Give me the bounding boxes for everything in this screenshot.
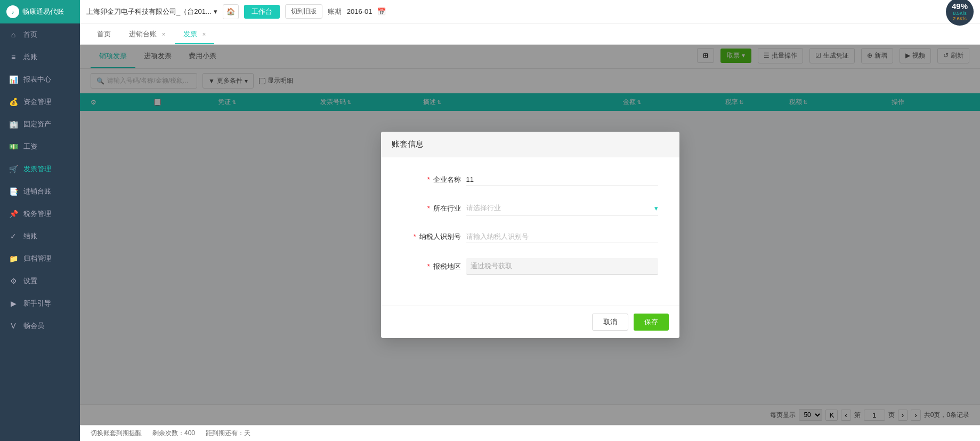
sidebar-item-settings[interactable]: ⚙ 设置 [0,270,80,292]
bottom-text2: 剩余次数：400 [152,429,195,438]
sidebar-item-label: 新手引导 [23,299,51,308]
topbar: 上海卯金刀电子科技有限公司_（台201... ▾ 🏠 工作台 切到旧版 账期 2… [80,0,980,23]
content-area: 销项发票 进项发票 费用小票 ⊞ 取票 ▾ ☰ [80,45,980,425]
industry-placeholder: 请选择行业 [466,203,501,213]
purchase-sales-icon: 📑 [9,187,18,196]
workbench-button[interactable]: 工作台 [244,5,280,19]
funds-icon: 💰 [9,98,18,106]
sidebar-item-label: 税务管理 [23,209,51,219]
guide-icon: ▶ [9,299,18,308]
member-icon: V [9,322,18,330]
tax-region-placeholder: 通过税号获取 [471,262,512,270]
sidebar-item-purchase-sales[interactable]: 📑 进销台账 [0,180,80,203]
sidebar-item-label: 工资 [23,142,37,151]
company-icon-btn[interactable]: 🏠 [223,4,239,19]
tabbar: 首页 进销台账 × 发票 × [80,23,980,45]
sidebar-item-tax[interactable]: 📌 税务管理 [0,203,80,225]
reports-icon: 📊 [9,75,18,84]
company-selector[interactable]: 上海卯金刀电子科技有限公司_（台201... ▾ [86,7,217,17]
dropdown-arrow-icon: ▾ [214,7,217,15]
assets-icon: 🏢 [9,120,18,129]
ledger-icon: ≡ [9,53,18,61]
sidebar-item-label: 结账 [23,231,37,241]
required-marker: * [427,262,430,270]
chevron-down-icon: ▾ [654,204,658,212]
industry-row: * 所在行业 请选择行业 ▾ [402,201,658,215]
calendar-icon[interactable]: 📅 [377,7,386,15]
sidebar-logo: ♪ 畅康通易代账 [0,0,80,23]
switch-version-button[interactable]: 切到旧版 [285,4,322,19]
modal-footer: 取消 保存 [381,306,679,338]
sidebar-item-settlement[interactable]: ✓ 结账 [0,225,80,247]
sidebar-item-reports[interactable]: 📊 报表中心 [0,68,80,91]
sidebar-item-archive[interactable]: 📁 归档管理 [0,247,80,270]
sidebar-item-assets[interactable]: 🏢 固定资产 [0,113,80,135]
tab-invoices[interactable]: 发票 × [175,25,214,44]
invoices-icon: 🛒 [9,165,18,173]
account-info-modal: 账套信息 * 企业名称 [381,132,679,338]
tax-region-row: * 报税地区 通过税号获取 [402,258,658,275]
required-marker: * [427,204,430,212]
sidebar-item-payroll[interactable]: 💵 工资 [0,135,80,158]
sidebar-item-label: 总账 [23,52,37,62]
modal-header: 账套信息 [381,132,679,157]
tab-purchase-sales-label: 进销台账 [129,30,157,38]
speed-percent: 49% [952,2,968,11]
sidebar: ♪ 畅康通易代账 ⌂ 首页 ≡ 总账 📊 报表中心 💰 资金管理 🏢 固定资产 … [0,0,80,441]
logo-icon: ♪ [6,5,19,18]
bottom-bar: 切换账套到期提醒 剩余次数：400 距到期还有：天 [80,425,980,441]
building-icon: 🏠 [226,7,235,15]
settlement-icon: ✓ [9,232,18,240]
tax-region-label: * 报税地区 [402,262,466,271]
company-name-label: * 企业名称 [402,175,466,185]
settings-icon: ⚙ [9,277,18,285]
tab-invoices-close[interactable]: × [203,31,206,37]
bottom-text3: 距到期还有：天 [206,429,250,438]
industry-select[interactable]: 请选择行业 ▾ [466,201,658,215]
required-marker: * [414,232,416,240]
home-icon: ⌂ [9,30,18,39]
tab-home[interactable]: 首页 [88,25,119,44]
sidebar-item-member[interactable]: V 畅会员 [0,315,80,337]
required-marker: * [427,175,430,183]
main-content: 上海卯金刀电子科技有限公司_（台201... ▾ 🏠 工作台 切到旧版 账期 2… [80,0,980,441]
speed-indicator: 49% 8.5K/s 2.6K/s [946,0,974,26]
tab-purchase-sales[interactable]: 进销台账 × [120,25,174,44]
sidebar-item-label: 发票管理 [23,164,51,174]
sidebar-item-label: 固定资产 [23,119,51,129]
topbar-right: 49% 8.5K/s 2.6K/s [946,0,974,26]
company-name-input[interactable] [466,173,658,186]
sidebar-item-label: 进销台账 [23,187,51,196]
tab-purchase-sales-close[interactable]: × [162,31,165,37]
company-name: 上海卯金刀电子科技有限公司_（台201... [86,7,212,17]
modal-title: 账套信息 [392,139,424,148]
period-label: 账期 [328,7,342,17]
sidebar-item-label: 畅会员 [23,321,44,331]
company-name-row: * 企业名称 [402,173,658,186]
tax-id-label: * 纳税人识别号 [402,232,466,242]
sidebar-item-ledger[interactable]: ≡ 总账 [0,46,80,68]
sidebar-item-funds[interactable]: 💰 资金管理 [0,91,80,113]
tab-invoices-label: 发票 [183,30,197,38]
sidebar-item-label: 首页 [23,30,37,39]
tax-id-row: * 纳税人识别号 [402,230,658,243]
archive-icon: 📁 [9,254,18,263]
logo-text: 畅康通易代账 [22,7,64,17]
tab-home-label: 首页 [97,30,111,38]
sidebar-item-label: 设置 [23,276,37,286]
speed-down: 2.6K/s [953,16,967,21]
tax-icon: 📌 [9,210,18,218]
bottom-text1: 切换账套到期提醒 [91,429,142,438]
period-value: 2016-01 [347,7,372,15]
modal-body: * 企业名称 * 所在行业 请选择行业 [381,157,679,306]
sidebar-item-label: 归档管理 [23,254,51,263]
save-button[interactable]: 保存 [634,314,669,331]
sidebar-item-home[interactable]: ⌂ 首页 [0,23,80,46]
tax-id-input[interactable] [466,230,658,243]
modal-overlay: 账套信息 * 企业名称 [80,45,980,425]
speed-up: 8.5K/s [953,11,967,16]
sidebar-item-invoices[interactable]: 🛒 发票管理 [0,158,80,180]
tax-region-display: 通过税号获取 [466,258,658,275]
sidebar-item-guide[interactable]: ▶ 新手引导 [0,292,80,315]
cancel-button[interactable]: 取消 [592,314,628,331]
